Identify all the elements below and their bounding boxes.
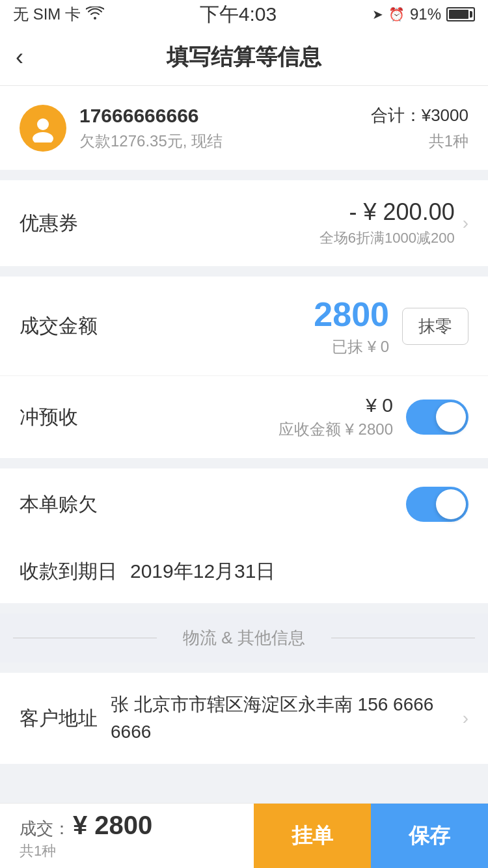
precharge-row: 冲预收 ¥ 0 应收金额 ¥ 2800 xyxy=(0,376,488,458)
coupon-right: - ¥ 200.00 全场6折满1000减200 › xyxy=(319,198,468,248)
chevron-right-icon: › xyxy=(463,213,468,234)
date-row: 收款到期日 2019年12月31日 xyxy=(0,540,488,603)
debt-toggle[interactable] xyxy=(406,487,468,522)
precharge-amount-col: ¥ 0 应收金额 ¥ 2800 xyxy=(278,394,393,440)
battery-percent: 91% xyxy=(410,5,441,23)
bottom-count: 共1种 xyxy=(20,841,234,861)
divider-line-left xyxy=(13,638,157,638)
total-count: 共1种 xyxy=(371,131,468,152)
amount-value: 2800 xyxy=(314,295,389,334)
divider-line-right xyxy=(331,638,475,638)
debt-toggle-knob xyxy=(436,489,466,519)
divider-section: 物流 & 其他信息 xyxy=(0,614,488,662)
bottom-deal-label: 成交： xyxy=(20,817,70,840)
bottom-summary: 成交： ¥ 2800 共1种 xyxy=(0,811,254,861)
coupon-info: - ¥ 200.00 全场6折满1000减200 xyxy=(319,198,455,248)
address-section: 客户地址 张 北京市市辖区海淀区永丰南 156 6666 6666 › xyxy=(0,673,488,764)
svg-point-0 xyxy=(37,118,49,130)
customer-section: 17666666666 欠款1276.35元, 现结 合计：¥3000 共1种 xyxy=(0,86,488,170)
debt-section: 本单赊欠 收款到期日 2019年12月31日 xyxy=(0,468,488,603)
coupon-section: 优惠券 - ¥ 200.00 全场6折满1000减200 › xyxy=(0,180,488,266)
debt-row: 本单赊欠 xyxy=(0,468,488,540)
amount-col: 2800 已抹 ¥ 0 xyxy=(314,295,389,357)
debt-label: 本单赊欠 xyxy=(20,491,98,518)
customer-info: 17666666666 欠款1276.35元, 现结 xyxy=(79,105,371,152)
nav-bar: ‹ 填写结算等信息 xyxy=(0,29,488,86)
divider-text: 物流 & 其他信息 xyxy=(170,627,318,649)
address-row[interactable]: 客户地址 张 北京市市辖区海淀区永丰南 156 6666 6666 › xyxy=(0,673,488,764)
precharge-right: ¥ 0 应收金额 ¥ 2800 xyxy=(278,394,468,440)
back-button[interactable]: ‹ xyxy=(16,44,23,71)
save-button[interactable]: 保存 xyxy=(371,804,488,869)
hang-order-button[interactable]: 挂单 xyxy=(254,804,371,869)
customer-debt: 欠款1276.35元, 现结 xyxy=(79,131,371,152)
precharge-receivable: 应收金额 ¥ 2800 xyxy=(278,419,393,440)
wifi-icon xyxy=(86,5,104,23)
status-time: 下午4:03 xyxy=(200,1,277,28)
bottom-amount: ¥ 2800 xyxy=(73,811,152,840)
battery-icon xyxy=(446,7,475,21)
date-label: 收款到期日 xyxy=(20,558,117,585)
amount-label: 成交金额 xyxy=(20,313,98,340)
page-title: 填写结算等信息 xyxy=(167,42,321,72)
amount-erased: 已抹 ¥ 0 xyxy=(314,336,389,357)
coupon-label: 优惠券 xyxy=(20,210,78,237)
precharge-label: 冲预收 xyxy=(20,404,78,431)
bottom-bar: 成交： ¥ 2800 共1种 挂单 保存 xyxy=(0,803,488,868)
toggle-knob xyxy=(436,402,466,432)
coupon-desc: 全场6折满1000减200 xyxy=(319,228,455,248)
location-icon: ➤ xyxy=(372,7,383,22)
precharge-amount: ¥ 0 xyxy=(278,394,393,416)
customer-row: 17666666666 欠款1276.35元, 现结 合计：¥3000 共1种 xyxy=(0,86,488,170)
amount-right: 2800 已抹 ¥ 0 抹零 xyxy=(314,295,468,357)
date-value: 2019年12月31日 xyxy=(130,558,275,585)
no-sim-text: 无 SIM 卡 xyxy=(13,4,81,25)
status-right: ➤ ⏰ 91% xyxy=(372,5,475,23)
address-value: 张 北京市市辖区海淀区永丰南 156 6666 6666 xyxy=(111,691,455,746)
precharge-toggle[interactable] xyxy=(406,400,468,435)
total-amount: 合计：¥3000 xyxy=(371,104,468,127)
status-bar: 无 SIM 卡 下午4:03 ➤ ⏰ 91% xyxy=(0,0,488,29)
alarm-icon: ⏰ xyxy=(388,7,405,22)
coupon-row[interactable]: 优惠券 - ¥ 200.00 全场6折满1000减200 › xyxy=(0,180,488,266)
address-label: 客户地址 xyxy=(20,705,98,732)
round-down-button[interactable]: 抹零 xyxy=(402,308,468,345)
address-chevron-icon: › xyxy=(463,708,468,729)
avatar xyxy=(20,105,66,152)
svg-point-1 xyxy=(33,132,53,142)
coupon-amount: - ¥ 200.00 xyxy=(319,198,455,226)
customer-phone: 17666666666 xyxy=(79,105,371,127)
amount-row: 成交金额 2800 已抹 ¥ 0 抹零 xyxy=(0,277,488,376)
transaction-section: 成交金额 2800 已抹 ¥ 0 抹零 冲预收 ¥ 0 应收金额 ¥ 2800 xyxy=(0,277,488,458)
status-left: 无 SIM 卡 xyxy=(13,4,104,25)
customer-total: 合计：¥3000 共1种 xyxy=(371,104,468,152)
